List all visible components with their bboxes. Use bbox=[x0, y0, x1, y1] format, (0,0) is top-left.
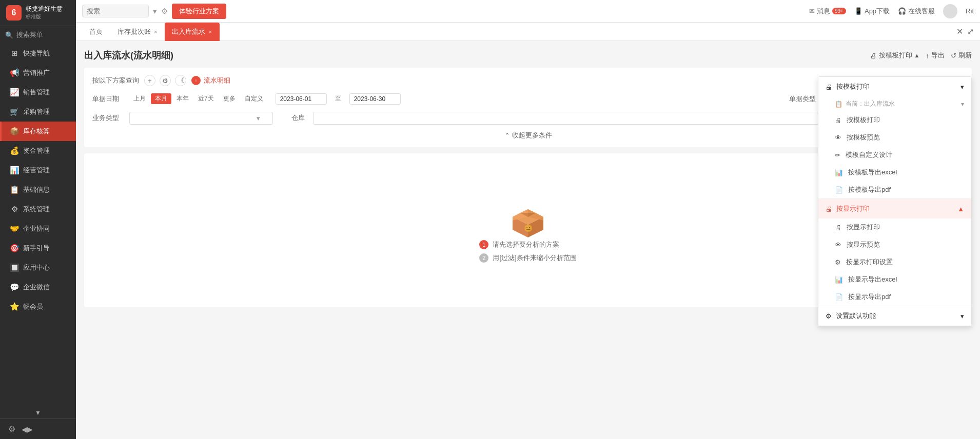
date-tabs: 上月 本月 本年 近7天 更多 自定义 bbox=[129, 93, 267, 104]
display-print-section: 🖨 按显示打印 ▲ 🖨 按显示打印 👁 按显示预览 bbox=[818, 199, 971, 306]
template-custom-item[interactable]: ✏ 模板自定义设计 bbox=[818, 146, 971, 164]
export-action[interactable]: ↑ 导出 bbox=[926, 51, 945, 60]
print-action[interactable]: 🖨 按模板打印 ▲ bbox=[870, 51, 920, 60]
sidebar-item-finance[interactable]: 💰 资金管理 bbox=[0, 141, 76, 161]
topbar-settings-icon[interactable]: ⚙ bbox=[161, 7, 168, 16]
sidebar-item-system[interactable]: ⚙ 系统管理 bbox=[0, 199, 76, 219]
sidebar-item-operations[interactable]: 📊 经营管理 bbox=[0, 161, 76, 180]
page-header: 出入库流水(流水明细) 🖨 按模板打印 ▲ ↑ 导出 ↺ 刷新 bbox=[84, 49, 972, 62]
display-print-settings-item[interactable]: ⚙ 按显示打印设置 bbox=[818, 253, 971, 271]
filter-collapse-button[interactable]: 《 bbox=[175, 75, 186, 86]
svg-text:😐: 😐 bbox=[523, 224, 533, 233]
sidebar-item-wechat[interactable]: 💬 企业微信 bbox=[0, 277, 76, 297]
messages-item[interactable]: ✉ 消息 99+ bbox=[809, 7, 846, 16]
sidebar-item-guide[interactable]: 🎯 新手引导 bbox=[0, 238, 76, 258]
sidebar-item-sales[interactable]: 📈 销售管理 bbox=[0, 83, 76, 102]
export-label: 导出 bbox=[931, 51, 945, 60]
step1-num: 1 bbox=[479, 240, 488, 249]
topbar: ▾ ⚙ 体验行业方案 ✉ 消息 99+ 📱 App下载 🎧 在线客服 Rit bbox=[76, 0, 980, 23]
sidebar-item-member[interactable]: ⭐ 畅会员 bbox=[0, 297, 76, 316]
guide-icon: 🎯 bbox=[10, 244, 19, 253]
display-settings-label: 按显示打印设置 bbox=[846, 257, 893, 267]
filter-settings-button[interactable]: ⚙ bbox=[160, 75, 171, 86]
default-chevron: ▾ bbox=[961, 312, 964, 320]
sidebar-item-purchase[interactable]: 🛒 采购管理 bbox=[0, 102, 76, 122]
default-section-header[interactable]: ⚙ 设置默认功能 ▾ bbox=[818, 306, 971, 326]
sidebar-item-basic[interactable]: 📋 基础信息 bbox=[0, 180, 76, 199]
tab-inout-flow-close[interactable]: × bbox=[208, 29, 211, 35]
operations-icon: 📊 bbox=[10, 166, 19, 175]
step2-text: 用[过滤]条件来缩小分析范围 bbox=[493, 253, 576, 263]
sidebar-item-inventory[interactable]: 📦 库存核算 bbox=[0, 122, 76, 141]
member-icon: ⭐ bbox=[10, 302, 19, 311]
topbar-dropdown-icon[interactable]: ▾ bbox=[153, 7, 157, 16]
template-print-section-label: 按模板打印 bbox=[836, 82, 870, 91]
panel-expand-icon[interactable]: ⤢ bbox=[967, 27, 974, 36]
tabs-bar: 首页 库存批次账 × 出入库流水 × ✕ ⤢ bbox=[76, 23, 980, 41]
business-type-select[interactable]: ▾ bbox=[129, 112, 273, 125]
settings-icon[interactable]: ⚙ bbox=[8, 424, 15, 434]
topbar-search-input[interactable] bbox=[82, 5, 149, 17]
date-tab-last-month[interactable]: 上月 bbox=[129, 93, 150, 104]
preview-icon: 👁 bbox=[835, 134, 841, 142]
date-to-input[interactable] bbox=[349, 93, 401, 105]
date-tab-7days[interactable]: 近7天 bbox=[194, 93, 218, 104]
logo-text: 畅捷通好生意 bbox=[26, 5, 63, 13]
current-label-chevron: ▾ bbox=[961, 101, 964, 108]
sidebar-search[interactable]: 🔍 搜索菜单 bbox=[0, 26, 76, 44]
date-tab-custom[interactable]: 自定义 bbox=[241, 93, 267, 104]
tab-inout-flow[interactable]: 出入库流水 × bbox=[165, 23, 219, 41]
app-download-item[interactable]: 📱 App下载 bbox=[854, 7, 890, 16]
panel-close-icon[interactable]: ✕ bbox=[956, 27, 963, 36]
template-export-pdf-item[interactable]: 📄 按模板导出pdf bbox=[818, 181, 971, 198]
date-from-input[interactable] bbox=[276, 93, 327, 105]
warehouse-input[interactable]: ··· bbox=[313, 112, 891, 125]
sidebar-item-label: 快捷导航 bbox=[23, 49, 50, 58]
add-filter-button[interactable]: + bbox=[144, 75, 155, 86]
template-print-header[interactable]: 🖨 按模板打印 ▾ bbox=[818, 77, 971, 96]
sidebar-item-marketing[interactable]: 📢 营销推广 bbox=[0, 63, 76, 83]
messages-label: 消息 bbox=[817, 7, 830, 16]
sidebar-bottom: ⚙ ◀▶ bbox=[0, 418, 76, 439]
sidebar-scroll-down[interactable]: ▼ bbox=[35, 409, 41, 416]
industry-solution-button[interactable]: 体验行业方案 bbox=[172, 4, 226, 19]
user-avatar[interactable] bbox=[943, 4, 957, 18]
sidebar-item-label: 企业微信 bbox=[23, 283, 50, 292]
purchase-icon: 🛒 bbox=[10, 107, 19, 116]
tab-batch-account-close[interactable]: × bbox=[154, 29, 157, 35]
printer-icon: 🖨 bbox=[870, 52, 877, 59]
date-tab-this-month[interactable]: 本月 bbox=[151, 93, 171, 104]
sidebar-item-label: 系统管理 bbox=[23, 205, 50, 214]
refresh-label: 刷新 bbox=[958, 51, 972, 60]
template-current-label: 📋 当前：出入库流水 ▾ bbox=[818, 96, 971, 111]
display-pdf-item[interactable]: 📄 按显示导出pdf bbox=[818, 288, 971, 306]
sidebar-item-quick-nav[interactable]: ⊞ 快捷导航 bbox=[0, 44, 76, 63]
date-tab-this-year[interactable]: 本年 bbox=[172, 93, 193, 104]
sidebar-item-appcenter[interactable]: 🔲 应用中心 bbox=[0, 258, 76, 277]
display-print-header[interactable]: 🖨 按显示打印 ▲ bbox=[818, 199, 971, 218]
template-preview-item[interactable]: 👁 按模板预览 bbox=[818, 129, 971, 146]
main-content: ▾ ⚙ 体验行业方案 ✉ 消息 99+ 📱 App下载 🎧 在线客服 Rit bbox=[76, 0, 980, 439]
tab-home[interactable]: 首页 bbox=[82, 23, 110, 41]
display-pdf-label: 按显示导出pdf bbox=[848, 292, 891, 302]
display-preview-item[interactable]: 👁 按显示预览 bbox=[818, 236, 971, 253]
custom-icon: ✏ bbox=[835, 151, 840, 159]
print-dropdown-arrow[interactable]: ▲ bbox=[914, 52, 920, 58]
tab-batch-account[interactable]: 库存批次账 × bbox=[110, 23, 165, 41]
page-area: 出入库流水(流水明细) 🖨 按模板打印 ▲ ↑ 导出 ↺ 刷新 bbox=[76, 41, 980, 439]
sidebar-item-label: 营销推广 bbox=[23, 68, 50, 77]
template-print-item[interactable]: 🖨 按模板打印 bbox=[818, 111, 971, 129]
app-download-label: App下载 bbox=[865, 7, 890, 16]
customer-service-item[interactable]: 🎧 在线客服 bbox=[898, 7, 935, 16]
template-export-excel-item[interactable]: 📊 按模板导出excel bbox=[818, 164, 971, 181]
display-excel-item[interactable]: 📊 按显示导出excel bbox=[818, 271, 971, 288]
date-tab-more[interactable]: 更多 bbox=[219, 93, 240, 104]
refresh-action[interactable]: ↺ 刷新 bbox=[951, 51, 972, 60]
page-actions: 🖨 按模板打印 ▲ ↑ 导出 ↺ 刷新 bbox=[870, 51, 972, 60]
finance-icon: 💰 bbox=[10, 146, 19, 155]
display-print-item[interactable]: 🖨 按显示打印 bbox=[818, 218, 971, 236]
display-print-icon: 🖨 bbox=[835, 224, 841, 231]
sidebar-item-cooperation[interactable]: 🤝 企业协同 bbox=[0, 219, 76, 238]
display-printer-icon: 🖨 bbox=[826, 205, 832, 213]
collapse-sidebar-icon[interactable]: ◀▶ bbox=[22, 425, 33, 433]
